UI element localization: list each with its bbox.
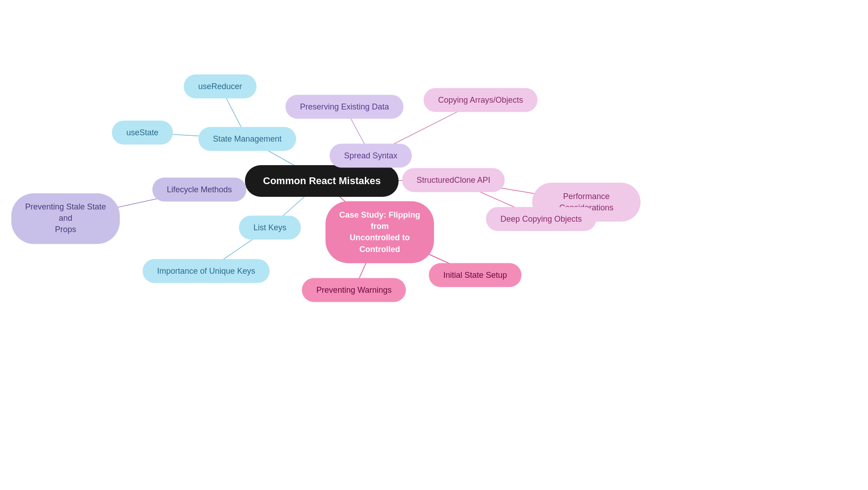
node-listKeys[interactable]: List Keys — [239, 216, 301, 240]
node-copyingArrays[interactable]: Copying Arrays/Objects — [424, 88, 538, 112]
node-preventingStale[interactable]: Preventing Stale State and Props — [11, 193, 120, 244]
node-importanceKeys[interactable]: Importance of Unique Keys — [142, 259, 269, 283]
node-preservingData[interactable]: Preserving Existing Data — [285, 95, 403, 119]
node-structuredClone[interactable]: StructuredClone API — [402, 168, 505, 192]
node-lifecycleMethods[interactable]: Lifecycle Methods — [152, 178, 246, 202]
node-spreadSyntax[interactable]: Spread Syntax — [330, 144, 412, 168]
center-node[interactable]: Common React Mistakes — [245, 165, 399, 197]
node-stateManagement[interactable]: State Management — [198, 127, 296, 151]
node-useState[interactable]: useState — [112, 121, 173, 145]
connection-lines — [0, 0, 868, 490]
node-deepCopying[interactable]: Deep Copying Objects — [486, 207, 596, 231]
node-preventingWarnings[interactable]: Preventing Warnings — [302, 278, 406, 302]
node-initialStateSetup[interactable]: Initial State Setup — [429, 263, 521, 287]
node-caseStudy[interactable]: Case Study: Flipping from Uncontrolled t… — [326, 201, 434, 263]
node-useReducer[interactable]: useReducer — [184, 75, 256, 99]
